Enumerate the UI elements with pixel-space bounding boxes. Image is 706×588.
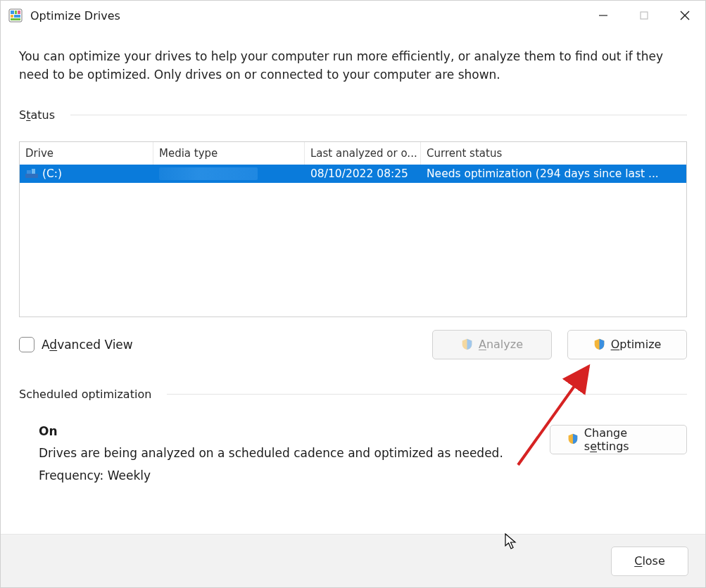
minimize-button[interactable] <box>583 1 624 30</box>
divider <box>167 394 687 395</box>
optimize-label: Optimize <box>611 338 662 351</box>
footer-bar: Close <box>1 534 705 587</box>
change-settings-label: Change settings <box>584 426 669 453</box>
cell-media <box>153 167 305 180</box>
window-controls <box>583 1 705 30</box>
table-row[interactable]: (C:) 08/10/2022 08:25 Needs optimization… <box>20 165 686 183</box>
drive-icon <box>25 169 38 179</box>
advanced-view-label[interactable]: Advanced View <box>42 338 133 352</box>
status-section-header: Status <box>19 108 687 122</box>
scheduled-text: On Drives are being analyzed on a schedu… <box>39 421 503 487</box>
intro-text: You can optimize your drives to help you… <box>19 47 687 84</box>
close-dialog-button[interactable]: Close <box>611 547 688 576</box>
analyze-label: Analyze <box>479 338 523 351</box>
svg-rect-4 <box>11 15 13 18</box>
shield-icon <box>593 338 605 350</box>
change-settings-button[interactable]: Change settings <box>550 425 687 454</box>
titlebar: Optimize Drives <box>1 1 705 30</box>
table-body: (C:) 08/10/2022 08:25 Needs optimization… <box>20 165 686 317</box>
table-actions-row: Advanced View Analyze Optimize <box>19 330 687 359</box>
col-header-status[interactable]: Current status <box>421 142 686 165</box>
svg-rect-2 <box>15 11 17 14</box>
drives-table[interactable]: Drive Media type Last analyzed or o... C… <box>19 141 687 317</box>
media-type-redacted <box>159 167 258 180</box>
svg-rect-12 <box>27 170 31 174</box>
optimize-drives-window: Optimize Drives You can optimize your dr… <box>0 0 706 588</box>
svg-rect-6 <box>11 18 20 20</box>
scheduled-section-header: Scheduled optimization <box>19 388 687 401</box>
scheduled-optimization-box: On Drives are being analyzed on a schedu… <box>19 421 687 487</box>
scheduled-state: On <box>39 421 503 442</box>
content-area: You can optimize your drives to help you… <box>1 30 705 534</box>
col-header-drive[interactable]: Drive <box>20 142 153 165</box>
close-label: Close <box>634 554 665 568</box>
col-header-last[interactable]: Last analyzed or o... <box>305 142 421 165</box>
scheduled-label: Scheduled optimization <box>19 388 151 401</box>
svg-rect-1 <box>11 11 14 14</box>
svg-rect-5 <box>14 15 20 18</box>
svg-rect-3 <box>18 11 20 14</box>
window-title: Optimize Drives <box>30 9 120 23</box>
cell-last-analyzed: 08/10/2022 08:25 <box>305 167 421 180</box>
shield-icon <box>567 433 579 445</box>
cell-drive: (C:) <box>20 167 153 180</box>
svg-rect-13 <box>32 169 35 174</box>
shield-icon <box>461 338 473 350</box>
defrag-app-icon <box>8 8 23 23</box>
table-header: Drive Media type Last analyzed or o... C… <box>20 142 686 165</box>
col-header-media[interactable]: Media type <box>153 142 305 165</box>
divider <box>70 115 687 115</box>
drive-label: (C:) <box>42 167 62 180</box>
advanced-view-checkbox[interactable] <box>19 337 34 352</box>
svg-rect-11 <box>25 174 38 178</box>
scheduled-frequency: Frequency: Weekly <box>39 465 503 487</box>
cell-current-status: Needs optimization (294 days since last … <box>421 167 686 180</box>
optimize-button[interactable]: Optimize <box>567 330 687 359</box>
analyze-button: Analyze <box>432 330 552 359</box>
svg-rect-8 <box>641 12 648 19</box>
status-label: Status <box>19 108 55 122</box>
scheduled-desc: Drives are being analyzed on a scheduled… <box>39 442 503 464</box>
maximize-button <box>624 1 664 30</box>
close-button[interactable] <box>664 1 705 30</box>
